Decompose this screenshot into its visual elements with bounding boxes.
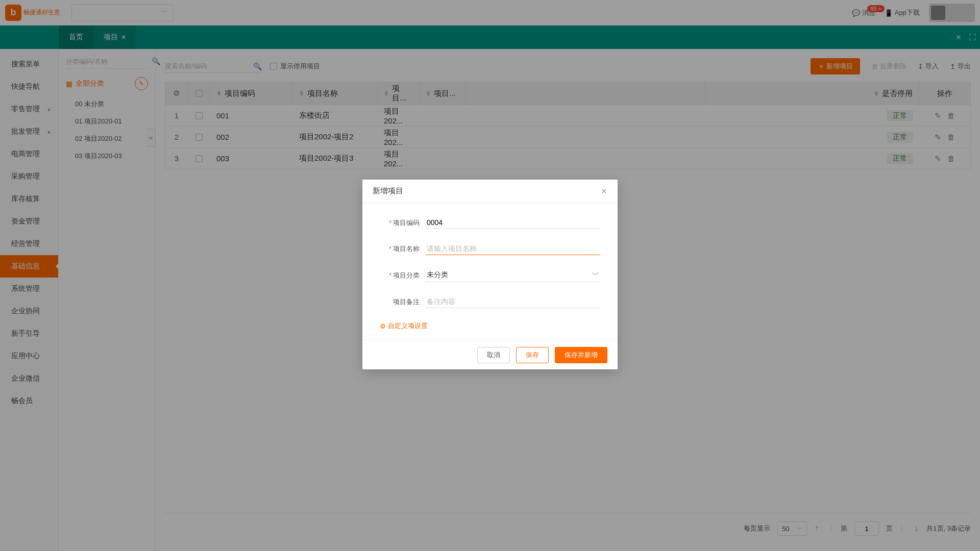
modal-title: 新增项目	[373, 186, 403, 196]
project-name-input[interactable]	[426, 242, 600, 255]
note-label: 项目备注	[393, 298, 420, 306]
modal-footer: 取消 保存 保存并新增	[362, 340, 618, 369]
custom-field-link[interactable]: ⚙ 自定义项设置	[380, 321, 600, 331]
modal-body: *项目编码 *项目名称 *项目分类 未分类 ﹀ 项目备注 ⚙ 自定义项设置	[362, 203, 618, 340]
project-category-select[interactable]: 未分类 ﹀	[426, 268, 600, 282]
cancel-button[interactable]: 取消	[477, 347, 510, 363]
gear-icon: ⚙	[380, 322, 386, 330]
name-label: 项目名称	[393, 245, 420, 253]
category-label: 项目分类	[393, 271, 420, 279]
add-project-modal: 新增项目 ✕ *项目编码 *项目名称 *项目分类 未分类 ﹀ 项目备注 ⚙ 自定…	[362, 180, 618, 369]
modal-header: 新增项目 ✕	[362, 180, 618, 203]
category-value: 未分类	[427, 270, 448, 280]
custom-field-label: 自定义项设置	[388, 321, 428, 331]
project-code-input[interactable]	[426, 216, 600, 229]
save-and-add-button[interactable]: 保存并新增	[555, 347, 607, 363]
code-label: 项目编码	[393, 219, 420, 227]
chevron-down-icon: ﹀	[592, 270, 599, 280]
save-button[interactable]: 保存	[516, 347, 549, 363]
close-icon[interactable]: ✕	[601, 187, 607, 196]
project-note-input[interactable]	[426, 295, 600, 308]
